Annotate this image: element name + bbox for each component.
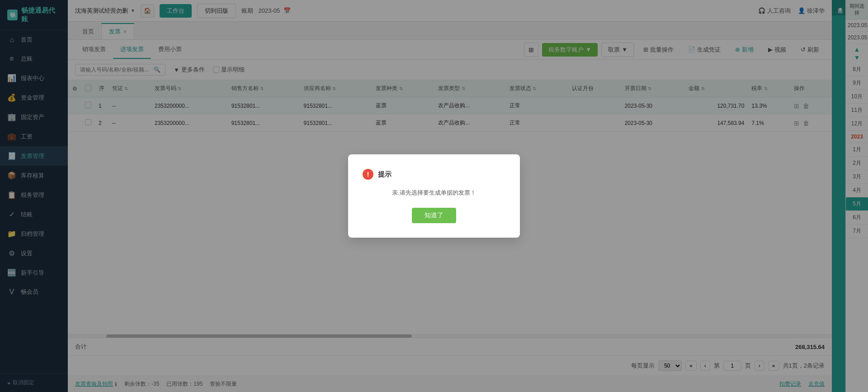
modal-box: ! 提示 亲,请先选择要生成单据的发票！ 知道了 xyxy=(348,154,520,238)
modal-confirm-button[interactable]: 知道了 xyxy=(412,208,456,223)
modal-header: ! 提示 xyxy=(363,169,505,180)
modal-body: 亲,请先选择要生成单据的发票！ xyxy=(363,189,505,197)
modal-warning-icon: ! xyxy=(363,169,373,180)
modal-overlay: ! 提示 亲,请先选择要生成单据的发票！ 知道了 xyxy=(0,0,868,392)
modal-title: 提示 xyxy=(378,170,392,179)
modal-footer: 知道了 xyxy=(363,208,505,223)
modal-message: 亲,请先选择要生成单据的发票！ xyxy=(392,189,476,196)
